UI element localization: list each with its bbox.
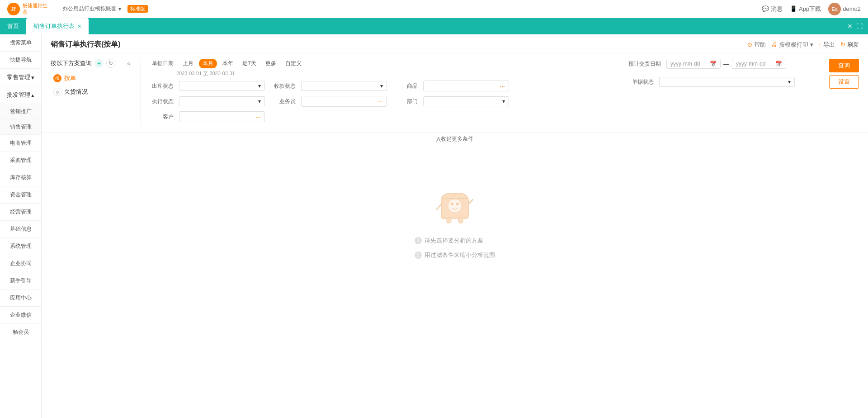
filter-date-col: 单据日期 上月 本月 本年 近7天 更多 自定义 2023 (148, 59, 623, 127)
sidebar-item-purchase[interactable]: 采购管理 (0, 152, 41, 169)
date-btn-last-month[interactable]: 上月 (179, 59, 197, 68)
sidebar-corp-wechat-label: 企业微信 (10, 312, 32, 318)
help-btn[interactable]: ⊙ 帮助 (747, 41, 766, 49)
print-btn[interactable]: 🖨 按模板打印 ▾ (771, 41, 813, 49)
user-name: demo2 (843, 5, 861, 12)
sidebar-operations-label: 经营管理 (10, 209, 32, 215)
page-content: 销售订单执行表(按单) ⊙ 帮助 🖨 按模板打印 ▾ ↑ 导出 (42, 34, 868, 418)
sidebar-app-center-label: 应用中心 (10, 294, 32, 301)
exec-status-select[interactable]: ▾ (179, 96, 265, 106)
empty-illustration (432, 182, 477, 228)
dept-arrow: ▾ (502, 98, 505, 104)
tab-expand-icon[interactable]: ⛶ (856, 23, 863, 30)
sidebar-item-inventory[interactable]: 库存核算 (0, 169, 41, 186)
refresh-scheme-btn[interactable]: ↻ (106, 59, 115, 68)
sidebar-item-system[interactable]: 系统管理 (0, 238, 41, 255)
help-label: 帮助 (754, 41, 766, 49)
customer-input[interactable]: ··· (179, 111, 265, 122)
logo-text: 畅捷通好生意 (23, 3, 47, 14)
header-right: 💬 消息 📱 App下载 Ea demo2 (762, 3, 861, 15)
export-icon: ↑ (819, 41, 822, 48)
expected-date-start-placeholder: yyyy-mm-dd (670, 61, 700, 67)
calendar-end-icon: 📅 (775, 61, 782, 67)
scheme-item-order[interactable]: 按 按单 (51, 72, 133, 84)
empty-tip-2: 2 用过滤条件来缩小分析范围 (415, 249, 495, 261)
scheme-item-shortage[interactable]: ⊙ 欠货情况 (51, 86, 133, 98)
app-download-icon: 📱 (790, 5, 797, 12)
sidebar-item-app-center[interactable]: 应用中心 (0, 290, 41, 307)
app-download-label: App下载 (799, 5, 821, 13)
empty-tips: 1 请先选择要分析的方案 2 用过滤条件来缩小分析范围 (415, 235, 495, 261)
tip-num-2: 2 (415, 252, 422, 259)
svg-point-1 (448, 200, 461, 212)
sidebar-item-corp-wechat[interactable]: 企业微信 (0, 307, 41, 324)
sidebar-nav-label: 快捷导航 (2, 56, 39, 64)
product-input[interactable]: ··· (423, 81, 509, 91)
dept-label: 部门 (392, 98, 418, 105)
tip-text-1: 请先选择要分析的方案 (425, 235, 483, 247)
refresh-btn[interactable]: ↻ 刷新 (840, 41, 859, 49)
tab-close-window-icon[interactable]: ✕ (847, 23, 853, 30)
sidebar-item-base-info[interactable]: 基础信息 (0, 221, 41, 238)
date-btn-7days[interactable]: 近7天 (239, 59, 260, 68)
sidebar-item-corp-collab[interactable]: 企业协同 (0, 255, 41, 272)
tip-text-2: 用过滤条件来缩小分析范围 (425, 249, 495, 261)
collapse-scheme-btn[interactable]: « (124, 59, 133, 68)
sidebar-item-newbie[interactable]: 新手引导 (0, 272, 41, 290)
filter-inputs-panel: 单据日期 上月 本月 本年 近7天 更多 自定义 2023 (141, 59, 859, 127)
svg-rect-5 (458, 218, 463, 223)
customer-dots-icon: ··· (255, 113, 261, 120)
sidebar-item-wholesale[interactable]: 批发管理 ▴ (0, 86, 41, 104)
user-area[interactable]: Ea demo2 (828, 3, 861, 15)
date-btn-this-year[interactable]: 本年 (219, 59, 237, 68)
sidebar-item-operations[interactable]: 经营管理 (0, 204, 41, 221)
sidebar-item-sales-mgmt[interactable]: 销售管理 (0, 119, 41, 135)
sidebar-item-member[interactable]: 畅会员 (0, 324, 41, 341)
out-status-select[interactable]: ▾ (179, 81, 265, 91)
settings-button[interactable]: 设置 (829, 75, 859, 89)
sidebar-item-ecommerce[interactable]: 电商管理 (0, 135, 41, 152)
message-btn[interactable]: 💬 消息 (762, 5, 783, 13)
svg-rect-4 (447, 218, 451, 223)
date-btns: 上月 本月 本年 近7天 更多 自定义 (179, 59, 305, 68)
sidebar-item-retail[interactable]: 零售管理 ▾ (0, 69, 41, 86)
collect-status-select[interactable]: ▾ (301, 81, 387, 91)
tab-bar: 首页 销售订单执行表 ✕ ✕ ⛶ (0, 18, 868, 34)
order-status-select[interactable]: ▾ (659, 77, 795, 87)
date-btn-custom[interactable]: 自定义 (282, 59, 305, 68)
expected-date-start[interactable]: yyyy-mm-dd 📅 (666, 59, 721, 69)
date-btn-this-month[interactable]: 本月 (199, 59, 217, 68)
search-button[interactable]: 查询 (829, 59, 859, 72)
tip-num-1: 1 (415, 237, 422, 244)
content-area: 销售订单执行表(按单) ⊙ 帮助 🖨 按模板打印 ▾ ↑ 导出 (42, 34, 868, 418)
help-icon: ⊙ (747, 41, 752, 48)
app-selector[interactable]: 办公用品行业模拟账套 ▾ (62, 5, 121, 13)
dept-select[interactable]: ▾ (423, 96, 509, 106)
version-badge: 标准版 (127, 5, 148, 13)
date-btn-more[interactable]: 更多 (262, 59, 280, 68)
sidebar-member-label: 畅会员 (13, 329, 29, 335)
sidebar-item-marketing[interactable]: 营销推广 (0, 104, 41, 119)
message-label: 消息 (771, 5, 783, 13)
add-scheme-btn[interactable]: + (94, 59, 104, 68)
sidebar-corp-collab-label: 企业协同 (10, 260, 32, 266)
sidebar-item-search[interactable]: 搜索菜单 (0, 34, 41, 52)
filter-row-1: 单据日期 上月 本月 本年 近7天 更多 自定义 2023 (148, 59, 859, 127)
salesman-input[interactable]: ··· (301, 96, 387, 107)
tab-home[interactable]: 首页 (0, 18, 26, 34)
sidebar-item-finance[interactable]: 资金管理 (0, 186, 41, 204)
tab-close-icon[interactable]: ✕ (77, 24, 81, 29)
tab-sales-order[interactable]: 销售订单执行表 ✕ (26, 18, 89, 34)
order-status-arrow: ▾ (788, 79, 791, 85)
app-download-btn[interactable]: 📱 App下载 (790, 5, 821, 13)
export-btn[interactable]: ↑ 导出 (819, 41, 835, 49)
collapse-conditions-btn[interactable]: ⋀ 收起更多条件 (42, 133, 868, 146)
expected-date-end[interactable]: yyyy-mm-dd 📅 (732, 59, 786, 69)
empty-tip-1: 1 请先选择要分析的方案 (415, 235, 495, 247)
svg-point-2 (451, 203, 453, 205)
empty-state: 1 请先选择要分析的方案 2 用过滤条件来缩小分析范围 (42, 146, 868, 297)
svg-line-6 (437, 204, 441, 209)
sidebar-item-nav[interactable]: 快捷导航 (0, 52, 41, 69)
header-left: 好 畅捷通好生意 办公用品行业模拟账套 ▾ 标准版 (7, 3, 148, 15)
page-header: 销售订单执行表(按单) ⊙ 帮助 🖨 按模板打印 ▾ ↑ 导出 (42, 34, 868, 53)
